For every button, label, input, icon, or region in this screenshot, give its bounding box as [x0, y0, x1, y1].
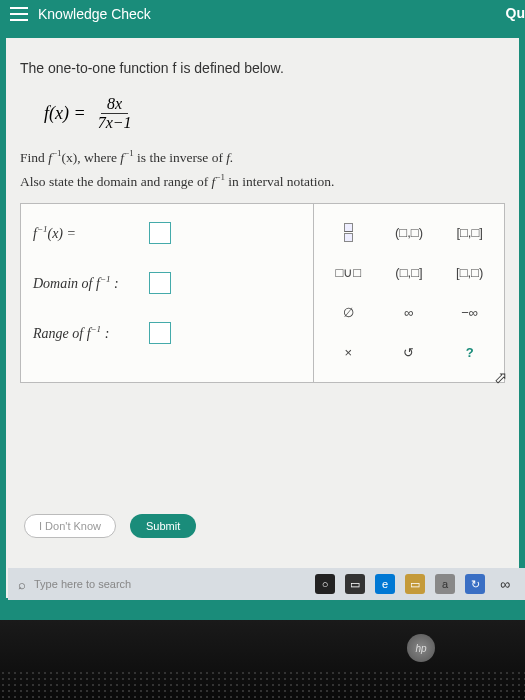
open-closed-interval-button[interactable]: (□,□]: [381, 254, 438, 290]
edge-icon[interactable]: e: [375, 574, 395, 594]
answer-inputs: f−1(x) = Domain of f−1 : Range of f−1 :: [21, 204, 314, 382]
answer-area: f−1(x) = Domain of f−1 : Range of f−1 :: [20, 203, 505, 383]
laptop-chassis: hp: [0, 620, 525, 700]
infinity-button[interactable]: ∞: [381, 294, 438, 330]
explorer-icon[interactable]: ▭: [405, 574, 425, 594]
closed-closed-interval-button[interactable]: [□,□]: [441, 214, 498, 250]
app-header: Knowledge Check Qu: [0, 0, 525, 28]
windows-taskbar: ⌕ Type here to search ○ ▭ e ▭ a ↻ ∞: [8, 568, 525, 600]
task-view-icon[interactable]: ▭: [345, 574, 365, 594]
neg-infinity-button[interactable]: −∞: [441, 294, 498, 330]
help-button[interactable]: ?: [441, 334, 498, 370]
header-title: Knowledge Check: [38, 6, 151, 22]
app-icon-b[interactable]: ↻: [465, 574, 485, 594]
i-dont-know-button[interactable]: I Don't Know: [24, 514, 116, 538]
app-icon-a[interactable]: a: [435, 574, 455, 594]
app-icon-c[interactable]: ∞: [495, 574, 515, 594]
problem-card: The one-to-one function f is defined bel…: [6, 38, 519, 598]
cortana-icon[interactable]: ○: [315, 574, 335, 594]
union-button[interactable]: □∪□: [320, 254, 377, 290]
submit-button[interactable]: Submit: [130, 514, 196, 538]
denominator: 7x−1: [92, 114, 138, 132]
header-right: Qu: [506, 5, 525, 21]
range-input[interactable]: [149, 322, 171, 344]
problem-intro: The one-to-one function f is defined bel…: [20, 58, 505, 79]
f-of-x-label: f(x) =: [44, 103, 86, 124]
fraction: 8x 7x−1: [92, 95, 138, 132]
instruction-2: Also state the domain and range of f−1 i…: [20, 172, 505, 190]
cursor-icon: ⬀: [494, 368, 507, 387]
domain-input[interactable]: [149, 272, 171, 294]
fraction-button[interactable]: [320, 214, 377, 250]
clear-button[interactable]: ×: [320, 334, 377, 370]
range-row: Range of f−1 :: [33, 322, 301, 344]
action-buttons: I Don't Know Submit: [24, 514, 196, 538]
instruction-1: Find f−1(x), where f−1 is the inverse of…: [20, 148, 505, 166]
taskbar-search[interactable]: Type here to search: [34, 578, 131, 590]
undo-button[interactable]: ↺: [381, 334, 438, 370]
closed-open-interval-button[interactable]: [□,□): [441, 254, 498, 290]
speaker-grille: [0, 670, 525, 700]
numerator: 8x: [101, 95, 128, 114]
hp-logo: hp: [407, 634, 435, 662]
inverse-function-row: f−1(x) =: [33, 222, 301, 244]
empty-set-button[interactable]: ∅: [320, 294, 377, 330]
domain-row: Domain of f−1 :: [33, 272, 301, 294]
open-open-interval-button[interactable]: (□,□): [381, 214, 438, 250]
inverse-input[interactable]: [149, 222, 171, 244]
symbol-palette: (□,□) [□,□] □∪□ (□,□] [□,□) ∅ ∞ −∞ × ↺ ?: [314, 204, 504, 382]
function-definition: f(x) = 8x 7x−1: [44, 95, 505, 132]
search-icon[interactable]: ⌕: [18, 577, 26, 592]
menu-icon[interactable]: [10, 7, 28, 21]
